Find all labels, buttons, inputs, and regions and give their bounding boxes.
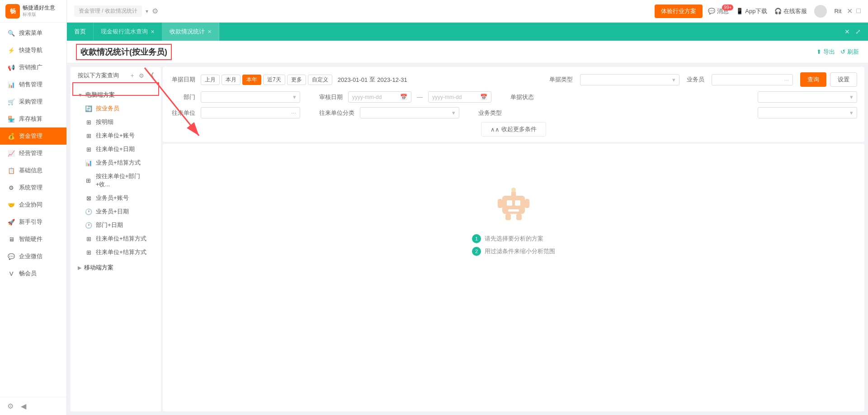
sidebar-item-marketing[interactable]: 📢 营销推广 <box>0 59 66 76</box>
date-label: 单据日期 <box>170 75 195 84</box>
scheme-group-pc[interactable]: ▼ 电脑端方案 <box>71 88 161 102</box>
topbar: 资金管理 / 收款情况统计 ▾ ⚙ 体验行业方案 💬 消息 99+ 📱 App下… <box>67 0 868 23</box>
tab-collection-stat[interactable]: 收款情况统计✕ <box>162 23 219 41</box>
window-controls: ✕ □ <box>847 7 861 15</box>
trial-btn[interactable]: 体验行业方案 <box>655 5 703 18</box>
scheme-item-partner-payment1[interactable]: ⊞ 往来单位+结算方式 <box>71 232 161 245</box>
sidebar-item-system[interactable]: ⚙ 系统管理 <box>0 179 66 196</box>
topbar-dropdown-icon[interactable]: ▾ <box>146 8 148 14</box>
finance-icon: 💰 <box>7 132 15 140</box>
date-btn-more[interactable]: 更多 <box>287 75 306 85</box>
manage-scheme-icon[interactable]: ⚙ <box>139 72 144 79</box>
sidebar-item-wechat[interactable]: 💬 企业微信 <box>0 248 66 265</box>
collapse-scheme-icon[interactable]: 《 <box>148 71 154 80</box>
date-btn-7days[interactable]: 近7天 <box>263 75 285 85</box>
filter-row-1: 单据日期 上月 本月 本年 近7天 更多 自定义 2023-01-01 至 <box>170 72 857 87</box>
date-btn-custom[interactable]: 自定义 <box>308 75 332 85</box>
query-btn[interactable]: 查询 <box>800 72 826 87</box>
sidebar-item-sales[interactable]: 📊 销售管理 <box>0 76 66 93</box>
partner-payment1-icon: ⊞ <box>85 235 92 242</box>
user-avatar[interactable] <box>814 5 827 18</box>
setting-btn[interactable]: 设置 <box>830 72 857 87</box>
scheme-panel: 按以下方案查询 ＋ ⚙ 《 ▼ 电脑端方案 🔄 按业务员 ⊞ 按明 <box>71 67 161 411</box>
scheme-item-by-salesman[interactable]: 🔄 按业务员 <box>71 102 161 115</box>
partner-select[interactable]: ··· <box>201 107 300 118</box>
sidebar-label-system: 系统管理 <box>19 184 42 192</box>
dept-select[interactable]: ▾ <box>201 91 300 103</box>
scheme-item-dept-date[interactable]: 🕐 部门+日期 <box>71 218 161 232</box>
scheme-item-salesman-account[interactable]: ⊠ 业务员+账号 <box>71 191 161 205</box>
empty-steps: 1 请先选择要分析的方案 2 用过滤条件来缩小分析范围 <box>472 234 555 256</box>
app-icon: 📱 <box>736 8 743 14</box>
tab-home[interactable]: 首页 <box>67 23 94 41</box>
doc-type-select[interactable]: ▾ <box>580 74 679 85</box>
review-date-end[interactable]: yyyy-mm-dd 📅 <box>428 91 491 103</box>
collapse-btn[interactable]: ∧∧ 收起更多条件 <box>481 122 546 137</box>
sidebar-item-quick-nav[interactable]: ⚡ 快捷导航 <box>0 42 66 59</box>
topbar-service-btn[interactable]: 🎧 在线客服 <box>774 7 807 15</box>
business-type-select[interactable]: ▾ <box>758 107 857 118</box>
system-icon: ⚙ <box>7 184 15 192</box>
salesman-select[interactable]: ··· <box>712 74 793 85</box>
scheme-item-by-detail[interactable]: ⊞ 按明细 <box>71 115 161 129</box>
sidebar-label-sales: 销售管理 <box>19 80 42 89</box>
topbar-gear-icon[interactable]: ⚙ <box>152 7 158 15</box>
tab-close-icon[interactable]: ✕ <box>844 28 850 35</box>
scheme-item-partner-account[interactable]: ⊞ 往来单位+账号 <box>71 129 161 142</box>
topbar-app-download[interactable]: 📱 App下载 <box>736 7 767 15</box>
business-icon: 📈 <box>7 149 15 157</box>
salesman-date-icon: 🕐 <box>85 208 92 215</box>
tab-bank-flow[interactable]: 现金银行流水查询✕ <box>94 23 162 41</box>
dept-dropdown-icon: ▾ <box>293 94 296 100</box>
date-btn-last-month[interactable]: 上月 <box>201 75 220 85</box>
business-type-dropdown-icon: ▾ <box>850 109 853 116</box>
sidebar-item-finance[interactable]: 💰 资金管理 <box>0 127 66 145</box>
sidebar-item-member[interactable]: V 畅会员 <box>0 265 66 282</box>
scheme-group-mobile[interactable]: ▶ 移动端方案 <box>71 261 161 274</box>
sidebar-item-guide[interactable]: 🚀 新手引导 <box>0 213 66 231</box>
sidebar-settings-icon[interactable]: ⚙ <box>7 402 14 410</box>
empty-step-1: 1 请先选择要分析的方案 <box>472 234 555 243</box>
calendar-start-icon[interactable]: 📅 <box>400 94 407 100</box>
empty-robot-icon <box>491 180 536 225</box>
tab-close-bank-flow[interactable]: ✕ <box>151 29 155 35</box>
sidebar-collapse-icon[interactable]: ◀ <box>21 402 26 410</box>
partner-category-select[interactable]: ▾ <box>360 107 459 118</box>
sidebar-item-purchase[interactable]: 🛒 采购管理 <box>0 93 66 110</box>
partner-date-icon: ⊞ <box>85 146 92 153</box>
doc-status-select[interactable]: ▾ <box>758 91 857 103</box>
step-1-text: 请先选择要分析的方案 <box>485 235 543 243</box>
scheme-item-salesman-payment[interactable]: 📊 业务员+结算方式 <box>71 156 161 170</box>
tab-close-collection-stat[interactable]: ✕ <box>208 29 212 35</box>
partner-account-icon: ⊞ <box>85 132 92 139</box>
sidebar-item-warehouse[interactable]: 🏪 库存核算 <box>0 110 66 127</box>
scheme-item-salesman-date[interactable]: 🕐 业务员+日期 <box>71 205 161 218</box>
date-btn-this-year[interactable]: 本年 <box>242 75 261 85</box>
date-btn-this-month[interactable]: 本月 <box>222 75 241 85</box>
sidebar-item-smart-hw[interactable]: 🖥 智能硬件 <box>0 231 66 248</box>
review-date-label: 审核日期 <box>319 93 343 101</box>
date-start: 2023-01-01 <box>338 76 368 83</box>
window-max-btn[interactable]: □ <box>856 7 861 15</box>
review-date-start[interactable]: yyyy-mm-dd 📅 <box>348 91 411 103</box>
svg-point-5 <box>511 188 516 192</box>
add-scheme-icon[interactable]: ＋ <box>129 71 135 80</box>
date-end: 2023-12-31 <box>377 76 407 83</box>
user-name: Rit <box>834 8 841 14</box>
enterprise-icon: 🤝 <box>7 201 15 209</box>
msg-badge: 99+ <box>722 5 733 10</box>
message-icon: 💬 <box>708 8 715 14</box>
sidebar-item-search[interactable]: 🔍 搜索菜单 <box>0 24 66 42</box>
scheme-item-partner-date[interactable]: ⊞ 往来单位+日期 <box>71 142 161 156</box>
sidebar-item-enterprise[interactable]: 🤝 企业协同 <box>0 196 66 213</box>
calendar-end-icon[interactable]: 📅 <box>480 94 487 100</box>
export-btn[interactable]: ⬆ 导出 <box>816 48 835 56</box>
sidebar-item-business[interactable]: 📈 经营管理 <box>0 145 66 162</box>
window-close-btn[interactable]: ✕ <box>847 7 853 15</box>
refresh-btn[interactable]: ↺ 刷新 <box>840 48 859 56</box>
topbar-msg-btn[interactable]: 💬 消息 99+ <box>708 7 729 15</box>
tab-expand-icon[interactable]: ⤢ <box>855 28 861 35</box>
scheme-item-partner-dept-collect[interactable]: ⊞ 按往来单位+部门+收... <box>71 170 161 191</box>
scheme-item-partner-payment2[interactable]: ⊞ 往来单位+结算方式 <box>71 245 161 259</box>
sidebar-item-base-info[interactable]: 📋 基础信息 <box>0 162 66 179</box>
